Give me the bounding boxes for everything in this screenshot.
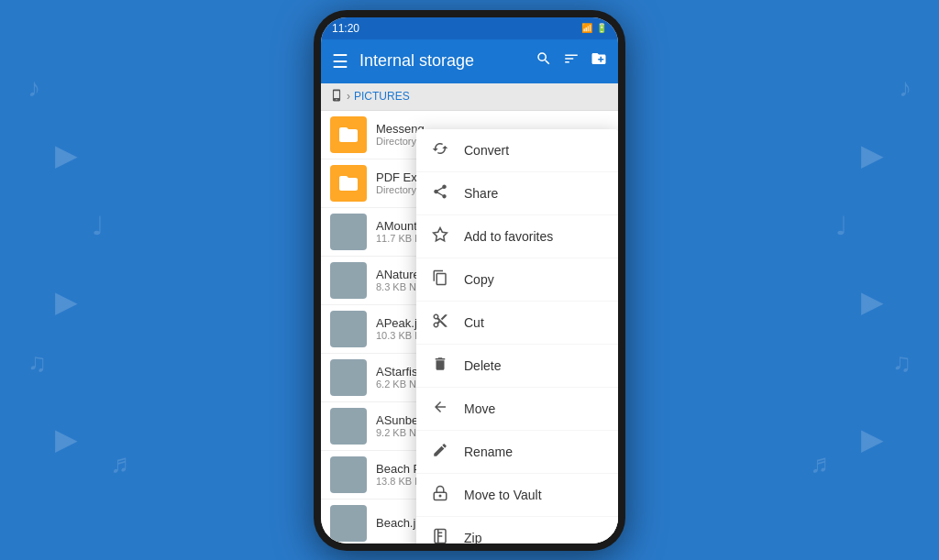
menu-label-share: Share [464, 186, 498, 201]
context-menu: Convert Share Add to favorites [416, 129, 618, 544]
menu-label-move: Move [464, 401, 495, 416]
bg-play-icon: ▶ [55, 284, 78, 319]
bg-note-icon: ♩ [835, 211, 847, 241]
bg-play-icon: ▶ [55, 422, 78, 456]
move-icon [431, 399, 449, 419]
bg-play-icon: ▶ [861, 284, 884, 319]
hamburger-menu-icon[interactable]: ☰ [332, 50, 348, 72]
search-icon[interactable] [536, 50, 552, 71]
status-bar: 11:20 📶 🔋 [321, 17, 618, 39]
rename-icon [431, 442, 449, 462]
bg-play-icon: ▶ [55, 137, 78, 172]
bg-note-icon: ♫ [28, 348, 47, 378]
menu-item-move[interactable]: Move [416, 388, 618, 431]
top-bar: ☰ Internal storage [321, 39, 618, 83]
bg-note-icon: ♩ [92, 211, 104, 241]
device-icon [330, 89, 343, 104]
zip-icon [431, 528, 449, 544]
bg-note-icon: ♪ [899, 73, 911, 103]
breadcrumb-arrow: › [347, 90, 350, 103]
menu-label-convert: Convert [464, 143, 509, 158]
menu-item-delete[interactable]: Delete [416, 345, 618, 388]
bg-note-icon: ♪ [28, 73, 40, 103]
bg-note-icon: ♫ [892, 348, 911, 378]
menu-label-copy: Copy [464, 272, 494, 287]
copy-icon [431, 269, 449, 290]
menu-item-rename[interactable]: Rename [416, 431, 618, 474]
svg-point-2 [439, 495, 441, 497]
wifi-icon: 📶 [581, 23, 592, 33]
bg-play-icon: ▶ [861, 137, 884, 172]
delete-icon [431, 356, 449, 376]
menu-item-favorites[interactable]: Add to favorites [416, 215, 618, 258]
page-title: Internal storage [359, 51, 525, 71]
convert-icon [431, 140, 449, 160]
menu-label-favorites: Add to favorites [464, 229, 553, 244]
breadcrumb: › PICTURES [321, 83, 618, 111]
sort-icon[interactable] [563, 50, 580, 71]
menu-label-cut: Cut [464, 315, 484, 330]
battery-icon: 🔋 [596, 23, 607, 33]
folder-add-icon[interactable] [591, 50, 607, 71]
cut-icon [431, 313, 449, 333]
menu-item-zip[interactable]: Zip [416, 517, 618, 544]
menu-label-rename: Rename [464, 445, 513, 459]
bg-note-icon: ♬ [110, 449, 129, 478]
status-time: 11:20 [332, 22, 359, 35]
breadcrumb-label: PICTURES [354, 90, 410, 103]
menu-item-copy[interactable]: Copy [416, 258, 618, 302]
menu-label-zip: Zip [464, 531, 481, 544]
context-menu-overlay: Convert Share Add to favorites [321, 111, 618, 544]
menu-label-move-to-vault: Move to Vault [464, 488, 542, 502]
status-icons: 📶 🔋 [581, 23, 607, 33]
phone-device: 11:20 📶 🔋 ☰ Internal storage [314, 10, 625, 551]
vault-icon [431, 485, 449, 505]
share-icon [431, 183, 449, 203]
menu-item-convert[interactable]: Convert [416, 129, 618, 172]
menu-item-cut[interactable]: Cut [416, 302, 618, 345]
star-icon [431, 226, 449, 247]
phone-screen: 11:20 📶 🔋 ☰ Internal storage [321, 17, 618, 544]
menu-item-move-to-vault[interactable]: Move to Vault [416, 474, 618, 517]
menu-label-delete: Delete [464, 358, 501, 373]
bg-note-icon: ♬ [810, 449, 829, 478]
bg-play-icon: ▶ [861, 422, 884, 456]
svg-marker-0 [434, 227, 447, 240]
file-list: Messeng... Directory J... PDF Extra... D… [321, 111, 618, 544]
menu-item-share[interactable]: Share [416, 172, 618, 215]
